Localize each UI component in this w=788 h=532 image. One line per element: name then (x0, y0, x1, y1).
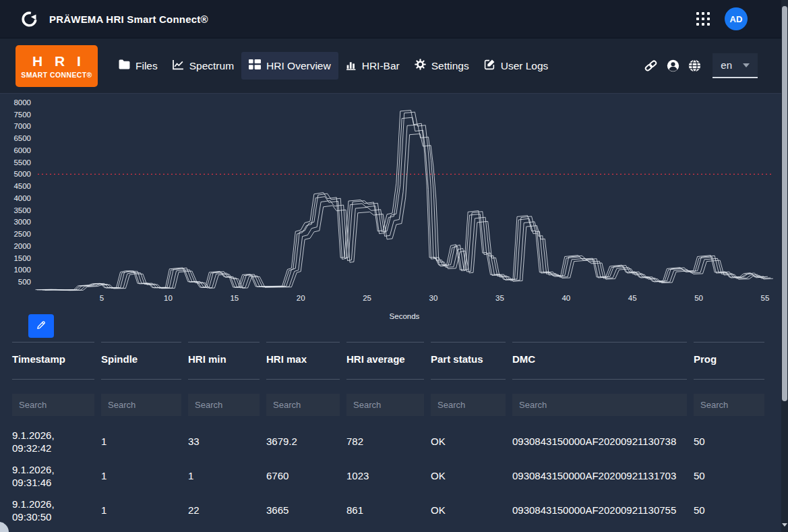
pencil-icon (36, 320, 47, 332)
hri-logo-line2: SMART CONNECT® (21, 71, 92, 79)
cell-spindle: 1 (101, 435, 181, 448)
x-axis-label: Seconds (390, 312, 420, 320)
nav-item-hri-overview[interactable]: HRI Overview (241, 52, 338, 80)
table-row[interactable]: 9.1.2026, 09:30:50 1 22 3665 861 OK 0930… (12, 493, 764, 527)
column-header-spindle[interactable]: Spindle (101, 342, 181, 380)
svg-text:15: 15 (230, 294, 239, 302)
search-input-part-status[interactable] (431, 394, 506, 416)
cell-dmc: 0930843150000AF20200921130755 (512, 504, 687, 516)
table-header-row: Timestamp Spindle HRI min HRI max HRI av… (12, 342, 764, 380)
link-icon[interactable] (644, 60, 658, 71)
column-header-hri-min[interactable]: HRI min (188, 342, 260, 380)
cell-spindle: 1 (101, 469, 181, 482)
nav-item-files[interactable]: Files (111, 52, 165, 80)
vertical-scrollbar-track[interactable] (781, 0, 788, 532)
hri-smart-connect-logo[interactable]: H R I SMART CONNECT® (16, 45, 98, 87)
cell-hri-average: 1023 (346, 469, 424, 482)
main-nav: H R I SMART CONNECT® Files Spectrum HRI … (0, 38, 788, 94)
cell-part-status: OK (431, 504, 506, 516)
brand-g-icon (20, 10, 38, 28)
cell-hri-min: 33 (188, 435, 260, 448)
svg-text:20: 20 (297, 294, 305, 302)
hri-results-table: Timestamp Spindle HRI min HRI max HRI av… (12, 342, 764, 532)
y-axis-ticks: 5001000150020002500300035004000450050005… (13, 98, 31, 286)
svg-text:1000: 1000 (13, 266, 31, 274)
search-input-dmc[interactable] (512, 394, 687, 416)
hri-logo-line1: H R I (28, 53, 85, 69)
vertical-scrollbar-thumb[interactable] (782, 6, 787, 401)
cell-timestamp: 9.1.2026, 09:30:50 (12, 498, 94, 523)
scrollbar-down-arrow-icon[interactable] (781, 523, 788, 527)
search-input-prog[interactable] (694, 394, 764, 416)
cell-hri-average: 782 (346, 435, 424, 448)
search-input-spindle[interactable] (101, 394, 181, 416)
table-row-partial[interactable]: 9.1.2026, (12, 527, 764, 532)
bottom-left-partial-circle (0, 522, 9, 532)
svg-text:40: 40 (562, 294, 570, 302)
search-input-timestamp[interactable] (12, 394, 94, 416)
person-circle-icon[interactable] (667, 59, 679, 72)
svg-text:50: 50 (694, 294, 703, 302)
cell-timestamp: 9.1.2026, 09:31:46 (12, 463, 94, 489)
chart-trace (44, 134, 772, 291)
edit-chart-button[interactable] (28, 314, 54, 338)
nav-item-label: Spectrum (189, 60, 234, 72)
cell-prog: 50 (694, 435, 764, 448)
cell-prog: 50 (694, 504, 764, 516)
search-input-hri-min[interactable] (188, 394, 260, 416)
page-title: PRÄWEMA HRI Smart Connect® (49, 13, 208, 25)
gear-icon (415, 59, 426, 73)
table-row[interactable]: 9.1.2026, 09:31:46 1 1 6760 1023 OK 0930… (12, 459, 764, 493)
search-input-hri-max[interactable] (266, 394, 340, 416)
nav-item-label: User Logs (501, 60, 549, 72)
svg-text:7000: 7000 (13, 122, 31, 130)
chevron-down-icon (743, 63, 750, 67)
svg-text:3500: 3500 (13, 206, 31, 214)
cell-hri-min: 22 (188, 504, 260, 516)
column-header-prog[interactable]: Prog (694, 342, 764, 380)
cell-part-status: OK (431, 469, 506, 482)
nav-item-hri-bar[interactable]: HRI-Bar (338, 52, 407, 80)
column-header-dmc[interactable]: DMC (512, 342, 687, 380)
nav-item-spectrum[interactable]: Spectrum (165, 52, 241, 80)
cell-timestamp: 9.1.2026, 09:32:42 (12, 429, 94, 454)
globe-icon[interactable] (688, 59, 701, 72)
svg-text:500: 500 (18, 278, 31, 286)
table-filter-row (12, 394, 764, 416)
svg-text:5: 5 (100, 294, 104, 302)
cell-hri-max: 3679.2 (266, 435, 340, 448)
nav-item-label: Settings (431, 60, 469, 72)
table-body: 9.1.2026, 09:32:42 1 33 3679.2 782 OK 09… (12, 424, 764, 532)
avatar[interactable]: AD (725, 7, 748, 30)
cell-spindle: 1 (101, 504, 181, 516)
svg-text:4000: 4000 (13, 194, 31, 202)
svg-text:45: 45 (628, 294, 637, 302)
search-input-hri-average[interactable] (346, 394, 424, 416)
column-header-part-status[interactable]: Part status (431, 342, 506, 380)
svg-text:30: 30 (429, 294, 438, 302)
column-header-hri-max[interactable]: HRI max (266, 342, 340, 380)
nav-item-user-logs[interactable]: User Logs (477, 51, 556, 80)
cell-dmc: 0930843150000AF20200921131703 (512, 469, 687, 482)
apps-grid-button[interactable] (696, 12, 710, 26)
language-select[interactable]: en (713, 53, 758, 78)
edit-square-icon (484, 59, 495, 73)
svg-text:25: 25 (363, 294, 371, 302)
column-header-timestamp[interactable]: Timestamp (12, 342, 94, 380)
language-value: en (721, 59, 732, 71)
svg-text:2000: 2000 (13, 242, 31, 250)
svg-text:55: 55 (761, 294, 770, 302)
nav-item-settings[interactable]: Settings (407, 51, 477, 80)
svg-text:35: 35 (495, 294, 504, 302)
chart-trace (40, 112, 768, 290)
chart-trace (42, 125, 771, 290)
column-header-hri-average[interactable]: HRI average (346, 342, 424, 380)
cell-hri-max: 6760 (266, 469, 340, 482)
bar-chart-icon (346, 59, 357, 73)
table-row[interactable]: 9.1.2026, 09:32:42 1 33 3679.2 782 OK 09… (12, 424, 764, 459)
nav-item-label: HRI-Bar (362, 60, 400, 72)
svg-text:5000: 5000 (13, 170, 31, 178)
line-chart-icon (173, 59, 184, 73)
folder-icon (119, 59, 130, 72)
cell-hri-min: 1 (188, 469, 260, 482)
